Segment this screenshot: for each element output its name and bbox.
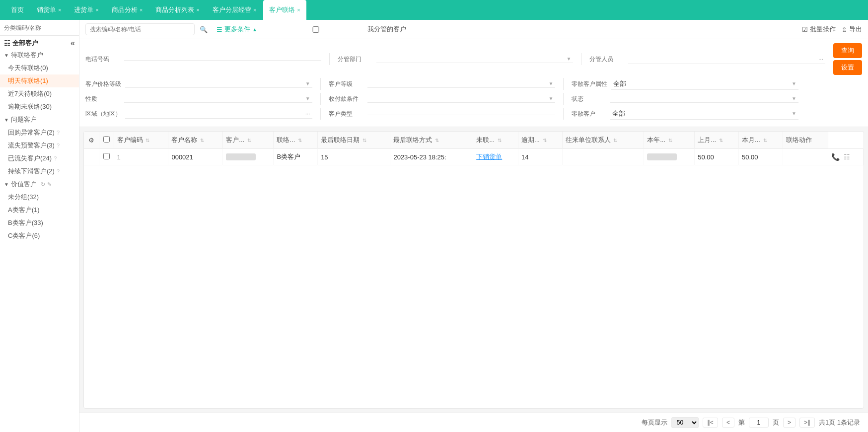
nav-product-analysis-list[interactable]: 商品分析列表 ×: [149, 0, 205, 20]
row-checkbox-cell[interactable]: [99, 149, 114, 165]
sidebar-item-lost[interactable]: 已流失客户(24) ?: [0, 152, 79, 165]
sort-icon[interactable]: ⇅: [200, 138, 204, 143]
region-input[interactable]: ···: [125, 109, 312, 119]
sidebar-item-class-a[interactable]: A类客户(1): [0, 204, 79, 216]
last-page-button[interactable]: >∥: [799, 418, 815, 428]
adv-field-customer-level: 客户等级 ▼: [329, 80, 556, 88]
sort-icon[interactable]: ⇅: [435, 138, 439, 143]
adv-filter-row-3: 性质 ▼ 收付款条件 ▼ 状态 ▼: [85, 93, 862, 105]
customer-name-blurred: [226, 153, 256, 160]
refresh-icon[interactable]: ↻: [41, 181, 45, 188]
sort-icon[interactable]: ⇅: [543, 138, 547, 143]
nav-product-analysis[interactable]: 商品分析 ×: [106, 0, 148, 20]
sort-icon[interactable]: ⇅: [719, 138, 723, 143]
adv-actions: 查询 设置: [833, 43, 862, 75]
sidebar-item-class-b[interactable]: B类客户(33): [0, 216, 79, 229]
retail-attr-input[interactable]: 全部 ▼: [611, 78, 798, 90]
close-icon[interactable]: ×: [58, 7, 61, 13]
col-customer-type: 客户... ⇅: [223, 132, 274, 149]
my-customers-checkbox-input[interactable]: [266, 26, 365, 33]
nav-customer-contact[interactable]: 客户联络 ×: [263, 0, 306, 20]
prev-page-button[interactable]: <: [722, 418, 734, 428]
row-overdue-cell: [562, 149, 644, 165]
col-last-contact-date: 最后联络日期 ⇅: [318, 132, 390, 149]
row-action-cell: 📞 ☷: [828, 149, 863, 165]
close-icon[interactable]: ×: [95, 7, 98, 13]
row-checkbox[interactable]: [103, 153, 110, 159]
adv-filter-row-1: 电话号码 分管部门 ▼ 分管人员 ···: [85, 43, 862, 75]
sort-icon[interactable]: ⇅: [763, 138, 767, 143]
value-level-input[interactable]: ▼: [125, 80, 312, 88]
sort-icon[interactable]: ⇅: [613, 138, 617, 143]
col-this-year: 本年... ⇅: [644, 132, 695, 149]
export-button[interactable]: ⇫ 导出: [842, 25, 862, 34]
sort-icon[interactable]: ⇅: [247, 138, 251, 143]
row-num-cell: 1: [114, 149, 168, 165]
sidebar: 🔍 ☷ 全部客户 « ▼ 待联络客户 今天待联络(0) 明天待联络(1) 近7天…: [0, 20, 79, 432]
table-footer: 每页显示 50 10 20 100 ∥< < 第 页 > >∥ 共1页 1条记录: [79, 413, 868, 432]
payment-input[interactable]: ▼: [367, 95, 556, 103]
col-customer-name: 客户名称 ⇅: [168, 132, 223, 149]
ellipsis-icon: ···: [818, 56, 823, 63]
filter-bar: 🔍 ☰ 更多条件 ▲ 我分管的客户 ☑ 批量操作 ⇫ 导出: [79, 20, 868, 39]
dept-input[interactable]: ▼: [376, 55, 574, 63]
retail-customer-input[interactable]: 全部 ▼: [610, 108, 798, 120]
adv-field-region: 区域（地区） ···: [85, 109, 312, 119]
phone-action-icon[interactable]: 📞: [831, 153, 840, 161]
query-button[interactable]: 查询: [833, 43, 862, 58]
search-input[interactable]: [85, 23, 195, 35]
nav-purchase-order[interactable]: 进货单 ×: [68, 0, 104, 20]
sort-icon[interactable]: ⇅: [362, 138, 366, 143]
sidebar-item-repeat-abnormal[interactable]: 回购异常客户(2) ?: [0, 126, 79, 139]
sort-icon[interactable]: ⇅: [498, 138, 502, 143]
sort-icon[interactable]: ⇅: [298, 138, 302, 143]
more-action-icon[interactable]: ☷: [844, 153, 850, 161]
chevron-down-icon: ▼: [305, 96, 310, 101]
sidebar-collapse-icon[interactable]: «: [71, 39, 75, 48]
settings-button[interactable]: 设置: [833, 60, 862, 75]
sidebar-item-tomorrow-contact[interactable]: 明天待联络(1): [0, 74, 79, 87]
page-number-input[interactable]: [749, 418, 769, 428]
settings-icon[interactable]: ⚙: [88, 137, 94, 144]
next-page-button[interactable]: >: [783, 418, 796, 428]
select-all-checkbox[interactable]: [103, 136, 110, 143]
sort-icon[interactable]: ⇅: [145, 138, 149, 143]
sidebar-all-customers[interactable]: ☷ 全部客户 «: [0, 36, 79, 49]
manager-input[interactable]: ···: [628, 55, 825, 64]
row-last-method-cell: 下销货单: [473, 149, 518, 165]
sidebar-item-ungrouped[interactable]: 未分组(32): [0, 191, 79, 204]
close-icon[interactable]: ×: [140, 7, 143, 13]
col-checkbox[interactable]: [99, 132, 114, 149]
batch-operation-button[interactable]: ☑ 批量操作: [802, 25, 836, 34]
col-last-contact-method: 最后联络方式 ⇅: [390, 132, 473, 149]
nav-sales-order[interactable]: 销货单 ×: [31, 0, 67, 20]
col-settings[interactable]: ⚙: [84, 132, 99, 149]
nav-home[interactable]: 首页: [5, 0, 30, 20]
col-contact-action: 联络动作: [783, 132, 828, 149]
sidebar-item-lost-risk[interactable]: 流失预警客户(3) ?: [0, 139, 79, 152]
sidebar-item-keep-down[interactable]: 持续下滑客户(2) ?: [0, 165, 79, 178]
sidebar-item-overdue-contact[interactable]: 逾期未联络(30): [0, 100, 79, 113]
edit-icon[interactable]: ✎: [47, 181, 52, 188]
first-page-button[interactable]: ∥<: [703, 418, 718, 428]
close-icon[interactable]: ×: [297, 7, 300, 13]
more-conditions-button[interactable]: ☰ 更多条件 ▲: [213, 23, 261, 36]
sort-icon[interactable]: ⇅: [668, 138, 672, 143]
status-input[interactable]: ▼: [610, 95, 798, 103]
my-customers-checkbox[interactable]: 我分管的客户: [266, 25, 406, 34]
row-last-month-cell: 50.00: [739, 149, 783, 165]
close-icon[interactable]: ×: [253, 7, 256, 13]
search-icon[interactable]: 🔍: [200, 26, 208, 33]
per-page-select[interactable]: 50 10 20 100: [671, 417, 699, 428]
nav-customer-segmentation[interactable]: 客户分层经营 ×: [207, 0, 262, 20]
sidebar-search-input[interactable]: [4, 24, 78, 31]
customer-level-input[interactable]: ▼: [367, 80, 556, 88]
divider: [563, 93, 564, 105]
sidebar-item-week7-contact[interactable]: 近7天待联络(0): [0, 87, 79, 100]
customer-type-input[interactable]: [367, 113, 556, 115]
nature-input[interactable]: ▼: [124, 95, 312, 103]
sidebar-item-class-c[interactable]: C类客户(6): [0, 229, 79, 242]
phone-input[interactable]: [124, 58, 321, 61]
close-icon[interactable]: ×: [196, 7, 199, 13]
sidebar-item-today-contact[interactable]: 今天待联络(0): [0, 62, 79, 74]
